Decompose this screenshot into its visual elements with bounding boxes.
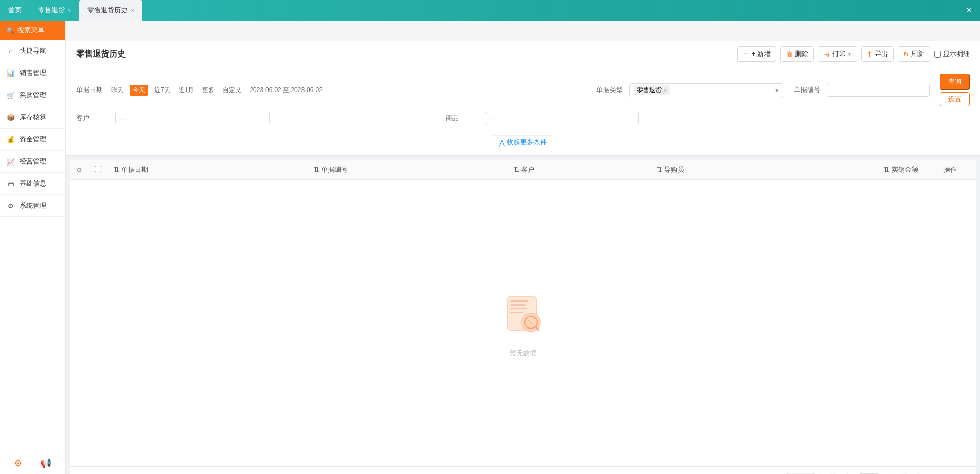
empty-illustration bbox=[497, 289, 549, 340]
th-date[interactable]: ⇅ 单据日期 bbox=[108, 160, 308, 180]
collapse-filters-button[interactable]: ⋀ 收起更多条件 bbox=[493, 135, 553, 149]
voucher-type-select[interactable]: 零售退货 × ▾ bbox=[629, 83, 783, 97]
th-customer[interactable]: ⇅ 客户 bbox=[508, 160, 650, 180]
sidebar-label-sales: 销售管理 bbox=[20, 68, 46, 78]
voucher-no-label: 单据编号 bbox=[794, 85, 823, 95]
th-settings: ⚙ bbox=[70, 160, 88, 180]
tab-retail-return-close[interactable]: × bbox=[68, 7, 71, 13]
voucher-type-tag: 零售退货 × bbox=[634, 85, 670, 95]
select-all-checkbox[interactable] bbox=[95, 166, 101, 172]
date-btn-1month[interactable]: 近1月 bbox=[176, 85, 197, 96]
volume-icon[interactable]: 📢 bbox=[40, 458, 51, 469]
query-button[interactable]: 查询 bbox=[940, 74, 970, 90]
tab-retail-return-history-close[interactable]: × bbox=[131, 7, 134, 13]
settings-icon[interactable]: ⚙ bbox=[14, 458, 22, 469]
export-button[interactable]: ⬆ 导出 bbox=[861, 46, 894, 62]
sidebar-item-purchase[interactable]: 🛒 采购管理 bbox=[0, 84, 65, 106]
first-page-button[interactable]: ⟨⟨ bbox=[819, 472, 832, 474]
sidebar-item-info[interactable]: 🗃 基础信息 bbox=[0, 173, 65, 195]
search-menu-label: 搜索菜单 bbox=[17, 26, 44, 35]
sidebar-label-purchase: 采购管理 bbox=[20, 90, 46, 100]
main-table: ⚙ ⇅ 单据日期 ⇅ 单据编号 bbox=[70, 160, 976, 180]
svg-rect-1 bbox=[510, 300, 528, 302]
page-title: 零售退货历史 bbox=[76, 49, 126, 65]
voucher-no-input[interactable] bbox=[827, 84, 930, 97]
goods-ellipsis: ... bbox=[489, 114, 495, 122]
sidebar-label-info: 基础信息 bbox=[20, 179, 46, 188]
svg-rect-4 bbox=[510, 312, 523, 313]
date-btn-7days[interactable]: 近7天 bbox=[152, 85, 172, 96]
sidebar-label-operation: 经营管理 bbox=[20, 157, 46, 166]
finance-icon: 💰 bbox=[6, 135, 15, 144]
goods-input[interactable]: ... bbox=[485, 112, 639, 124]
tab-retail-return-history-label: 零售退货历史 bbox=[87, 6, 128, 15]
system-icon: ⚙ bbox=[6, 201, 15, 210]
prev-page-button[interactable]: ‹ bbox=[834, 472, 848, 474]
date-btn-today[interactable]: 今天 bbox=[130, 85, 148, 96]
refresh-icon: ↻ bbox=[903, 50, 909, 58]
sidebar-item-inventory[interactable]: 📦 库存核算 bbox=[0, 106, 65, 129]
tab-retail-return-history[interactable]: 零售退货历史 × bbox=[79, 0, 142, 21]
voucher-type-dropdown-arrow: ▾ bbox=[775, 86, 779, 94]
filter-area: 单据日期 昨天 今天 近7天 近1月 更多 自定义 2023-06-02 至 2… bbox=[66, 67, 980, 156]
delete-icon: 🗑 bbox=[786, 50, 793, 58]
sidebar-item-quick-nav[interactable]: ⌂ 快捷导航 bbox=[0, 40, 65, 62]
print-button[interactable]: 🖨 打印 ▾ bbox=[818, 46, 857, 62]
sidebar-item-system[interactable]: ⚙ 系统管理 bbox=[0, 195, 65, 217]
customer-input[interactable]: ... bbox=[115, 112, 270, 124]
add-button[interactable]: ＋ + 新增 bbox=[737, 46, 776, 62]
top-bar: 首页 零售退货 × 零售退货历史 × × bbox=[0, 0, 980, 21]
date-range-display: 2023-06-02 至 2023-06-02 bbox=[250, 86, 322, 95]
empty-state: 暂无数据 bbox=[70, 180, 976, 466]
search-menu-button[interactable]: 🔍 搜索菜单 bbox=[0, 21, 65, 40]
th-no[interactable]: ⇅ 单据编号 bbox=[308, 160, 508, 180]
th-guide[interactable]: ⇅ 导购员 bbox=[650, 160, 822, 180]
tab-retail-return-label: 零售退货 bbox=[38, 6, 65, 15]
date-label: 单据日期 bbox=[76, 85, 105, 95]
main-content: 零售退货历史 ＋ + 新增 🗑 删除 🖨 打印 ▾ ⬆ 导出 ↻ 刷新 bbox=[66, 41, 980, 474]
sales-icon: 📊 bbox=[6, 68, 15, 78]
svg-rect-2 bbox=[510, 304, 526, 306]
sidebar-bottom: ⚙ 📢 bbox=[0, 452, 65, 474]
operation-icon: 📈 bbox=[6, 157, 15, 166]
date-btn-more[interactable]: 更多 bbox=[200, 85, 217, 96]
sidebar-item-sales[interactable]: 📊 销售管理 bbox=[0, 62, 65, 84]
table-settings-icon[interactable]: ⚙ bbox=[76, 166, 82, 174]
empty-text: 暂无数据 bbox=[510, 349, 537, 358]
refresh-button[interactable]: ↻ 刷新 bbox=[898, 46, 930, 62]
pagination-bar: 每页显示 20 50 100 ⟨⟨ ‹ 第 页 › ⟩⟩ 共0页, 0条记录 bbox=[70, 466, 976, 474]
goods-label: 商品 bbox=[446, 114, 474, 123]
table-container: ⚙ ⇅ 单据日期 ⇅ 单据编号 bbox=[70, 160, 976, 474]
th-action: 操作 bbox=[924, 160, 976, 180]
filter-row-2: 客户 ... 商品 ... bbox=[76, 112, 970, 124]
th-checkbox bbox=[88, 160, 108, 180]
th-amount[interactable]: ⇅ 实销金额 bbox=[822, 160, 924, 180]
voucher-type-tag-close[interactable]: × bbox=[664, 87, 667, 93]
search-icon: 🔍 bbox=[6, 27, 14, 34]
export-icon: ⬆ bbox=[867, 50, 872, 58]
sidebar-item-operation[interactable]: 📈 经营管理 bbox=[0, 151, 65, 173]
delete-button[interactable]: 🗑 删除 bbox=[780, 46, 814, 62]
add-icon: ＋ bbox=[743, 49, 750, 59]
customer-ellipsis: ... bbox=[120, 114, 126, 122]
print-dropdown-icon: ▾ bbox=[848, 50, 851, 58]
sidebar-label-quick-nav: 快捷导航 bbox=[20, 46, 46, 56]
date-btn-custom[interactable]: 自定义 bbox=[221, 85, 243, 96]
inventory-icon: 📦 bbox=[6, 113, 15, 122]
setting-button[interactable]: 设置 bbox=[940, 92, 970, 106]
voucher-type-label: 单据类型 bbox=[596, 85, 625, 95]
purchase-icon: 🛒 bbox=[6, 90, 15, 100]
close-window-button[interactable]: × bbox=[958, 5, 980, 16]
svg-rect-3 bbox=[510, 308, 527, 309]
sidebar-label-system: 系统管理 bbox=[20, 201, 46, 210]
sidebar-label-inventory: 库存核算 bbox=[20, 113, 46, 122]
last-page-button[interactable]: ⟩⟩ bbox=[905, 472, 919, 474]
next-page-button[interactable]: › bbox=[890, 472, 903, 474]
tab-bar: 首页 零售退货 × 零售退货历史 × bbox=[0, 0, 958, 21]
tab-home[interactable]: 首页 bbox=[0, 0, 30, 21]
display-detail-checkbox[interactable] bbox=[934, 51, 941, 58]
sidebar-item-finance[interactable]: 💰 资金管理 bbox=[0, 129, 65, 151]
date-btn-yesterday[interactable]: 昨天 bbox=[109, 85, 126, 96]
display-detail-checkbox-label[interactable]: 显示明细 bbox=[934, 49, 970, 59]
tab-retail-return[interactable]: 零售退货 × bbox=[30, 0, 79, 21]
